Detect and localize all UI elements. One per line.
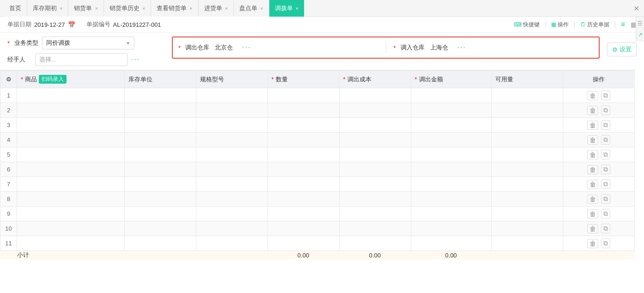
lines-view-button[interactable]: ≡ bbox=[621, 20, 625, 29]
row-unit-11[interactable] bbox=[124, 236, 196, 251]
row-copy-icon-2[interactable]: ⧉ bbox=[601, 105, 610, 115]
row-product-5[interactable] bbox=[17, 147, 125, 162]
row-product-11[interactable] bbox=[17, 236, 125, 251]
out-warehouse-more-btn[interactable]: ··· bbox=[242, 43, 251, 52]
row-delete-icon-2[interactable]: 🗑 bbox=[587, 106, 598, 115]
calendar-icon[interactable]: 📅 bbox=[68, 21, 75, 28]
row-cost-10[interactable] bbox=[339, 221, 411, 236]
row-unit-10[interactable] bbox=[124, 221, 196, 236]
tab-view-sales[interactable]: 查看销货单 × bbox=[151, 0, 198, 17]
tab-inventory-init[interactable]: 库存期初 × bbox=[27, 0, 68, 17]
row-cost-8[interactable] bbox=[339, 192, 411, 207]
row-spec-4[interactable] bbox=[196, 133, 267, 147]
row-spec-6[interactable] bbox=[196, 162, 267, 177]
row-delete-icon-4[interactable]: 🗑 bbox=[587, 135, 598, 145]
row-product-3[interactable] bbox=[17, 118, 125, 133]
history-button[interactable]: 🗒 历史单据 bbox=[580, 21, 609, 29]
row-amount-7[interactable] bbox=[411, 177, 491, 192]
col-gear[interactable]: ⚙ bbox=[0, 71, 17, 88]
tab-sales-order[interactable]: 销货单 × bbox=[68, 0, 103, 17]
row-cost-5[interactable] bbox=[339, 147, 411, 162]
row-amount-6[interactable] bbox=[411, 162, 491, 177]
row-delete-icon-10[interactable]: 🗑 bbox=[587, 224, 598, 233]
row-qty-4[interactable] bbox=[267, 133, 339, 147]
row-amount-11[interactable] bbox=[411, 236, 491, 251]
row-copy-icon-8[interactable]: ⧉ bbox=[601, 194, 610, 204]
row-product-4[interactable] bbox=[17, 133, 125, 147]
row-copy-icon-6[interactable]: ⧉ bbox=[601, 165, 610, 174]
row-delete-icon-9[interactable]: 🗑 bbox=[587, 209, 598, 219]
side-list-icon[interactable]: ☰ bbox=[636, 18, 644, 29]
row-spec-3[interactable] bbox=[196, 118, 267, 133]
row-unit-2[interactable] bbox=[124, 103, 196, 118]
row-qty-6[interactable] bbox=[267, 162, 339, 177]
row-qty-9[interactable] bbox=[267, 207, 339, 221]
row-product-9[interactable] bbox=[17, 207, 125, 221]
side-export-icon[interactable]: ↗ bbox=[636, 30, 644, 40]
row-amount-4[interactable] bbox=[411, 133, 491, 147]
row-cost-11[interactable] bbox=[339, 236, 411, 251]
row-product-2[interactable] bbox=[17, 103, 125, 118]
row-cost-6[interactable] bbox=[339, 162, 411, 177]
row-qty-8[interactable] bbox=[267, 192, 339, 207]
row-qty-3[interactable] bbox=[267, 118, 339, 133]
row-qty-7[interactable] bbox=[267, 177, 339, 192]
row-unit-5[interactable] bbox=[124, 147, 196, 162]
tab-sales-history-close[interactable]: × bbox=[142, 6, 145, 11]
tab-home[interactable]: 首页 bbox=[4, 0, 27, 17]
row-copy-icon-7[interactable]: ⧉ bbox=[601, 179, 610, 189]
tab-transfer[interactable]: 调拨单 × bbox=[269, 0, 304, 17]
row-copy-icon-10[interactable]: ⧉ bbox=[601, 224, 610, 233]
tab-purchase-order[interactable]: 进货单 × bbox=[199, 0, 234, 17]
row-amount-10[interactable] bbox=[411, 221, 491, 236]
row-delete-icon-1[interactable]: 🗑 bbox=[587, 91, 598, 100]
row-product-6[interactable] bbox=[17, 162, 125, 177]
row-cost-2[interactable] bbox=[339, 103, 411, 118]
row-unit-4[interactable] bbox=[124, 133, 196, 147]
row-spec-2[interactable] bbox=[196, 103, 267, 118]
settings-button[interactable]: ⚙ 设置 bbox=[607, 43, 637, 56]
row-delete-icon-5[interactable]: 🗑 bbox=[587, 150, 598, 159]
tab-sales-history[interactable]: 销货单历史 × bbox=[104, 0, 151, 17]
scan-button[interactable]: 扫码录入 bbox=[39, 75, 67, 84]
row-unit-3[interactable] bbox=[124, 118, 196, 133]
row-amount-1[interactable] bbox=[411, 88, 491, 103]
row-product-7[interactable] bbox=[17, 177, 125, 192]
out-warehouse-value[interactable]: 北京仓 bbox=[215, 43, 233, 52]
row-delete-icon-6[interactable]: 🗑 bbox=[587, 165, 598, 174]
in-warehouse-value[interactable]: 上海仓 bbox=[430, 43, 448, 52]
row-amount-5[interactable] bbox=[411, 147, 491, 162]
row-spec-1[interactable] bbox=[196, 88, 267, 103]
manager-more-icon[interactable]: ··· bbox=[131, 55, 140, 64]
row-qty-10[interactable] bbox=[267, 221, 339, 236]
window-close-button[interactable]: ✕ bbox=[633, 4, 639, 12]
row-qty-2[interactable] bbox=[267, 103, 339, 118]
row-spec-9[interactable] bbox=[196, 207, 267, 221]
row-spec-11[interactable] bbox=[196, 236, 267, 251]
tab-sales-order-close[interactable]: × bbox=[95, 6, 97, 11]
row-copy-icon-11[interactable]: ⧉ bbox=[601, 238, 610, 248]
row-copy-icon-4[interactable]: ⧉ bbox=[601, 135, 610, 145]
manager-select[interactable]: 选择... bbox=[35, 53, 128, 66]
row-amount-8[interactable] bbox=[411, 192, 491, 207]
tab-stocktake-close[interactable]: × bbox=[260, 6, 263, 11]
row-cost-3[interactable] bbox=[339, 118, 411, 133]
tab-view-sales-close[interactable]: × bbox=[189, 6, 192, 11]
business-type-select[interactable]: 同价调拨 ▼ bbox=[42, 37, 134, 49]
row-cost-7[interactable] bbox=[339, 177, 411, 192]
row-delete-icon-3[interactable]: 🗑 bbox=[587, 121, 598, 130]
row-unit-9[interactable] bbox=[124, 207, 196, 221]
row-copy-icon-3[interactable]: ⧉ bbox=[601, 120, 610, 130]
row-unit-8[interactable] bbox=[124, 192, 196, 207]
row-delete-icon-11[interactable]: 🗑 bbox=[587, 239, 598, 248]
row-qty-11[interactable] bbox=[267, 236, 339, 251]
row-cost-1[interactable] bbox=[339, 88, 411, 103]
row-spec-10[interactable] bbox=[196, 221, 267, 236]
row-qty-1[interactable] bbox=[267, 88, 339, 103]
row-spec-8[interactable] bbox=[196, 192, 267, 207]
row-copy-icon-1[interactable]: ⧉ bbox=[601, 91, 610, 100]
shortcut-button[interactable]: ⌨ 快捷键 bbox=[514, 21, 540, 29]
row-spec-5[interactable] bbox=[196, 147, 267, 162]
row-cost-4[interactable] bbox=[339, 133, 411, 147]
tab-stocktake[interactable]: 盘点单 × bbox=[234, 0, 269, 17]
